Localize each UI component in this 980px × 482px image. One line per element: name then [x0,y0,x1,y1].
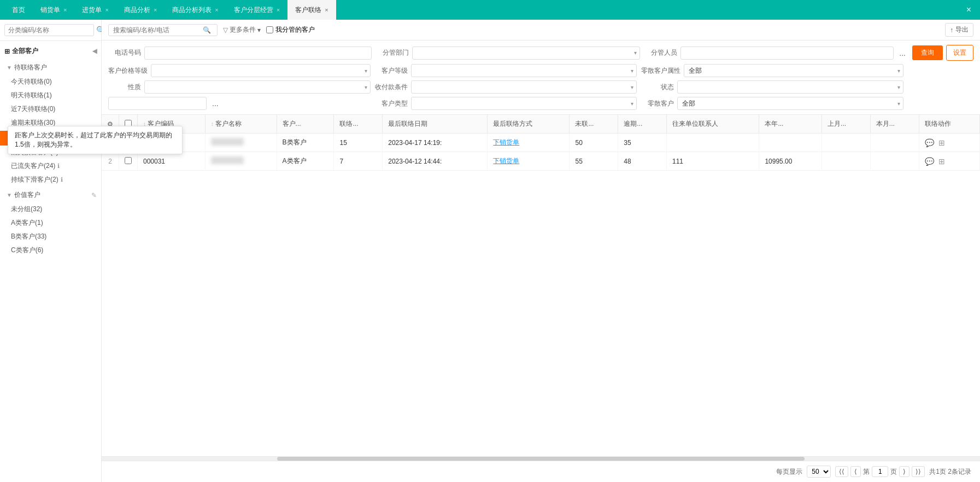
phone-input[interactable] [144,47,372,60]
prev-page-btn[interactable]: ⟨ [850,466,861,477]
col-customer-type[interactable]: 客户... [277,115,334,133]
row1-contact: 15 [334,133,383,152]
page-number-input[interactable] [872,466,888,477]
row1-chat-icon[interactable]: 💬 [925,138,934,147]
last-page-btn[interactable]: ⟩⟩ [912,466,925,477]
nav-product-list[interactable]: 商品分析列表 × [165,0,226,20]
row1-name[interactable] [205,133,277,152]
row1-last-way[interactable]: 下销货单 [488,133,570,152]
table-row: 1 000039 B类客户 15 2023-04-17 14:19: [102,133,980,152]
sidebar-all-customers[interactable]: ⊞ 全部客户 ◀ [0,43,101,59]
sidebar-item-declining[interactable]: 持续下滑客户(2) ℹ [0,173,101,187]
first-page-btn[interactable]: ⟨⟨ [835,466,848,477]
nav-customer-ops-close[interactable]: × [277,7,280,13]
value-edit-icon[interactable]: ✎ [91,191,97,199]
page-suffix-label: 页 [890,467,897,477]
sidebar-search-input[interactable] [4,24,94,36]
collapse-icon[interactable]: ◀ [92,48,97,55]
sidebar-item-tomorrow[interactable]: 明天待联络(1) [0,89,101,102]
my-customers-checkbox-label[interactable]: 我分管的客户 [266,25,315,34]
col-contact[interactable]: 联络... [334,115,383,133]
query-button[interactable]: 查询 [912,45,943,60]
nav-product-list-close[interactable]: × [215,7,218,13]
payment-select[interactable] [411,80,637,94]
filter-cell-customer-level: 客户等级 ▾ [375,64,637,77]
row1-grid-icon[interactable]: ⊞ [938,138,945,147]
my-customers-checkbox[interactable] [266,26,273,33]
col-last-month[interactable]: 上月... [822,115,871,133]
col-customer-name[interactable]: 客户名称 [205,115,277,133]
nav-purchase-order[interactable]: 进货单 × [74,0,116,20]
col-unit-contacts-label: 往来单位联系人 [672,120,718,127]
nav-product-close[interactable]: × [154,7,157,13]
customer-type-select[interactable] [411,97,637,110]
sidebar-item-7days[interactable]: 近7天待联络(0) [0,102,101,116]
table-header-row: ⚙ 客户编码 客户名称 客户. [102,115,980,133]
nav-contact-close[interactable]: × [325,7,328,13]
next-page-btn[interactable]: ⟩ [899,466,909,477]
row2-checkbox-cell[interactable] [119,152,138,171]
unclassified-label: 未分组(32) [11,205,42,213]
gender-select[interactable] [144,80,371,94]
sidebar-item-class-a[interactable]: A类客户(1) [0,216,101,230]
sidebar-item-unclassified[interactable]: 未分组(32) [0,202,101,216]
nav-sales-close[interactable]: × [63,7,67,13]
row2-last-way[interactable]: 下销货单 [488,152,570,171]
retail-customer-select[interactable]: 全部 [677,97,903,110]
col-overdue[interactable]: 逾期... [618,115,667,133]
more-conditions-btn[interactable]: ▽ 更多条件 ▾ [223,25,261,34]
col-this-year[interactable]: 本年... [759,115,822,133]
scrollbar-thumb[interactable] [277,457,804,461]
retail-attr-select[interactable]: 全部 [684,64,903,77]
horizontal-scrollbar[interactable] [102,456,980,461]
nav-product-analysis[interactable]: 商品分析 × [116,0,165,20]
row2-overdue: 48 [618,152,667,171]
row2-grid-icon[interactable]: ⊞ [938,157,945,166]
col-last-contact-date[interactable]: 最后联络日期 [383,115,488,133]
nav-purchase-close[interactable]: × [105,7,108,13]
chevron-down-icon: ▾ [257,26,261,34]
person-input[interactable] [680,47,894,60]
row1-last-way-link[interactable]: 下销货单 [493,138,519,146]
table-body: 1 000039 B类客户 15 2023-04-17 14:19: [102,133,980,171]
customer-level-select[interactable] [411,64,637,77]
row1-name-value [211,138,244,146]
nav-sales-order[interactable]: 销货单 × [33,0,74,20]
row2-last-way-link[interactable]: 下销货单 [493,157,519,165]
pending-group-title[interactable]: ▼ 待联络客户 [0,60,101,75]
col-uncontacted[interactable]: 未联... [570,115,618,133]
row2-name[interactable] [205,152,277,171]
sidebar-item-class-b[interactable]: B类客户(33) [0,230,101,243]
window-close-button[interactable]: × [962,5,976,15]
sidebar-item-class-c[interactable]: C类客户(6) [0,243,101,257]
pending-arrow: ▼ [7,65,12,71]
export-button[interactable]: ↑ 导出 [945,23,973,37]
7days-label: 近7天待联络(0) [11,105,55,113]
more-conditions-label: 更多条件 [230,25,256,34]
total-records-label: 共1页 2条记录 [929,467,971,477]
col-unit-contacts[interactable]: 往来单位联系人 [666,115,759,133]
sidebar-item-today[interactable]: 今天待联络(0) [0,75,101,89]
row2-checkbox[interactable] [125,157,132,164]
nav-customer-contact[interactable]: 客户联络 × [287,0,336,20]
price-level-select[interactable] [151,64,371,77]
nav-home[interactable]: 首页 [4,0,33,20]
filter-search-input[interactable] [113,26,201,34]
extra-ellipsis[interactable]: ... [210,99,221,108]
value-group-title[interactable]: ▼ 价值客户 ✎ [0,188,101,202]
per-page-select[interactable]: 50 [807,466,831,478]
status-select[interactable] [677,80,903,94]
sidebar-item-churned[interactable]: 已流失客户(24) ℹ [0,159,101,173]
nav-customer-ops[interactable]: 客户分层经营 × [226,0,287,20]
settings-button[interactable]: 设置 [946,45,973,61]
person-ellipsis[interactable]: ... [897,49,908,57]
price-level-label: 客户价格等级 [108,66,148,76]
filter-row-4: ... 客户类型 ▾ 零散客户 全部 ▾ [108,97,973,110]
col-this-month[interactable]: 本月... [870,115,919,133]
row2-chat-icon[interactable]: 💬 [925,157,934,166]
col-action[interactable]: 联络动作 [919,115,979,133]
extra-filter-input[interactable] [108,97,207,110]
pending-title-label: 待联络客户 [14,63,47,72]
col-last-contact-way[interactable]: 最后联络方式 [488,115,570,133]
dept-select[interactable] [412,47,639,60]
